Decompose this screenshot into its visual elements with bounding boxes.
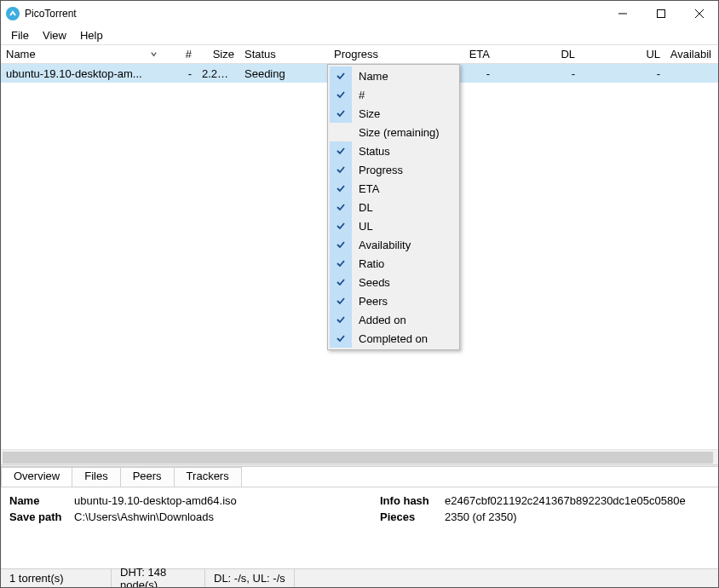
tab-peers[interactable]: Peers <box>120 467 175 487</box>
col-hash[interactable]: # <box>163 45 197 63</box>
horizontal-scrollbar[interactable] <box>1 449 718 464</box>
context-menu-item[interactable]: Completed on <box>330 329 457 348</box>
col-size[interactable]: Size <box>197 45 239 63</box>
check-icon <box>330 141 352 160</box>
context-menu-label: Availability <box>352 239 411 251</box>
check-icon <box>330 329 352 348</box>
context-menu-label: ETA <box>352 182 379 195</box>
column-context-menu[interactable]: Name#SizeSize (remaining)StatusProgressE… <box>327 64 460 350</box>
context-menu-item[interactable]: # <box>330 85 457 104</box>
context-menu-item[interactable]: Availability <box>330 235 457 254</box>
maximize-button[interactable] <box>641 1 680 26</box>
tab-overview[interactable]: Overview <box>1 467 72 487</box>
tab-trackers[interactable]: Trackers <box>174 467 242 487</box>
context-menu-label: Completed on <box>352 332 428 345</box>
col-name-label: Name <box>6 48 36 61</box>
context-menu-label: Name <box>352 70 388 83</box>
details-tabs: OverviewFilesPeersTrackers <box>1 467 718 487</box>
context-menu-item[interactable]: Peers <box>330 291 457 310</box>
status-dht: DHT: 148 node(s) <box>112 569 205 587</box>
detail-pieces-value: 2350 (of 2350) <box>445 510 686 523</box>
check-icon <box>330 291 352 310</box>
check-icon <box>330 123 352 141</box>
context-menu-label: Seeds <box>352 276 390 289</box>
context-menu-item[interactable]: UL <box>330 216 457 235</box>
cell-dl: - <box>495 67 580 80</box>
cell-ul: - <box>580 67 665 80</box>
context-menu-label: Added on <box>352 314 406 326</box>
context-menu-label: UL <box>352 220 373 233</box>
context-menu-item[interactable]: Status <box>330 141 457 160</box>
check-icon <box>330 198 352 216</box>
col-availability[interactable]: Availabil <box>665 45 716 63</box>
check-icon <box>330 235 352 254</box>
tab-files[interactable]: Files <box>72 467 120 487</box>
context-menu-item[interactable]: Added on <box>330 310 457 329</box>
menu-bar: File View Help <box>1 26 718 45</box>
col-dl[interactable]: DL <box>495 45 580 63</box>
check-icon <box>330 254 352 273</box>
check-icon <box>330 104 352 123</box>
window-title: PicoTorrent <box>25 8 603 20</box>
col-name[interactable]: Name <box>1 45 163 63</box>
close-button[interactable] <box>680 1 718 26</box>
context-menu-item[interactable]: Size (remaining) <box>330 123 457 141</box>
detail-infohash-value: e2467cbf021192c241367b892230dc1e05c0580e <box>445 494 686 507</box>
context-menu-item[interactable]: Progress <box>330 160 457 179</box>
menu-file[interactable]: File <box>4 27 36 43</box>
detail-name-value: ubuntu-19.10-desktop-amd64.iso <box>74 494 380 507</box>
detail-infohash-label: Info hash <box>380 494 440 507</box>
context-menu-item[interactable]: Size <box>330 104 457 123</box>
context-menu-item[interactable]: ETA <box>330 179 457 198</box>
chevron-down-icon <box>150 48 158 61</box>
status-bar: 1 torrent(s) DHT: 148 node(s) DL: -/s, U… <box>1 568 718 587</box>
detail-pieces-label: Pieces <box>380 510 440 523</box>
svg-rect-1 <box>657 10 664 18</box>
torrent-list: ubuntu-19.10-desktop-am... - 2.29 GB See… <box>1 64 718 449</box>
menu-help[interactable]: Help <box>73 27 110 43</box>
cell-status: Seeding <box>239 67 329 80</box>
cell-size: 2.29 GB <box>197 67 239 80</box>
check-icon <box>330 85 352 104</box>
col-eta[interactable]: ETA <box>393 45 495 63</box>
check-icon <box>330 310 352 329</box>
column-headers: Name # Size Status Progress ETA DL UL Av… <box>1 45 718 64</box>
cell-name: ubuntu-19.10-desktop-am... <box>1 67 163 80</box>
check-icon <box>330 66 352 85</box>
minimize-button[interactable] <box>603 1 641 26</box>
check-icon <box>330 273 352 291</box>
context-menu-label: Peers <box>352 295 388 308</box>
context-menu-label: Size (remaining) <box>352 126 440 139</box>
scrollbar-thumb[interactable] <box>3 452 713 464</box>
context-menu-label: DL <box>352 201 373 214</box>
app-logo <box>6 7 20 20</box>
detail-name-label: Name <box>9 494 69 507</box>
check-icon <box>330 216 352 235</box>
context-menu-label: # <box>352 89 365 101</box>
detail-savepath-label: Save path <box>9 510 69 523</box>
context-menu-label: Size <box>352 107 380 120</box>
context-menu-label: Status <box>352 145 390 158</box>
context-menu-item[interactable]: Seeds <box>330 273 457 291</box>
col-progress[interactable]: Progress <box>329 45 393 63</box>
details-panel: Name ubuntu-19.10-desktop-amd64.iso Save… <box>1 487 718 568</box>
context-menu-item[interactable]: DL <box>330 198 457 216</box>
menu-view[interactable]: View <box>36 27 73 43</box>
context-menu-item[interactable]: Name <box>330 66 457 85</box>
title-bar: PicoTorrent <box>1 1 718 26</box>
check-icon <box>330 160 352 179</box>
cell-hash: - <box>163 67 197 80</box>
status-torrents: 1 torrent(s) <box>1 569 112 587</box>
check-icon <box>330 179 352 198</box>
col-ul[interactable]: UL <box>580 45 665 63</box>
col-status[interactable]: Status <box>239 45 329 63</box>
context-menu-label: Progress <box>352 164 403 176</box>
context-menu-label: Ratio <box>352 257 384 270</box>
detail-savepath-value: C:\Users\Ashwin\Downloads <box>74 510 380 523</box>
context-menu-item[interactable]: Ratio <box>330 254 457 273</box>
status-speed: DL: -/s, UL: -/s <box>205 569 295 587</box>
